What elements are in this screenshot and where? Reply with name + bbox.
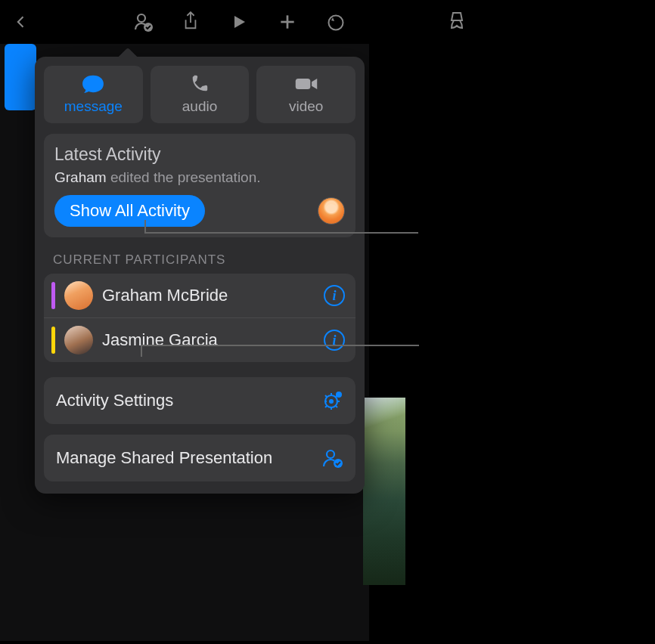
- latest-activity-card: Latest Activity Graham edited the presen…: [44, 134, 355, 237]
- play-icon[interactable]: [228, 11, 250, 33]
- participant-list: Graham McBride i Jasmine Garcia i: [44, 274, 355, 362]
- info-icon[interactable]: i: [324, 330, 345, 351]
- avatar: [64, 281, 93, 310]
- person-check-icon: [321, 447, 343, 469]
- format-brush-icon[interactable]: [446, 11, 467, 33]
- selected-slide-indicator: [5, 44, 36, 110]
- activity-settings-label: Activity Settings: [56, 390, 173, 411]
- collaborate-icon[interactable]: [132, 11, 153, 33]
- collaboration-popover: message audio video Latest Activity Grah…: [35, 57, 365, 494]
- background-thumbnail: [363, 398, 405, 585]
- latest-activity-header: Latest Activity: [54, 144, 345, 165]
- svg-rect-6: [295, 79, 310, 89]
- svg-point-9: [329, 399, 334, 404]
- back-icon[interactable]: [11, 11, 32, 33]
- current-participants-header: CURRENT PARTICIPANTS: [44, 252, 355, 268]
- message-button[interactable]: message: [44, 66, 143, 123]
- avatar: [64, 326, 93, 355]
- participant-row[interactable]: Jasmine Garcia i: [44, 317, 355, 362]
- callout-line: [141, 345, 142, 357]
- activity-actor-name: Graham: [54, 169, 107, 185]
- video-button-label: video: [289, 98, 323, 115]
- gear-badge-icon: [321, 389, 343, 412]
- undo-icon[interactable]: [325, 11, 346, 33]
- participant-color-indicator: [51, 282, 55, 309]
- svg-point-10: [336, 392, 342, 398]
- participant-row[interactable]: Graham McBride i: [44, 274, 355, 317]
- audio-button-label: audio: [182, 98, 218, 115]
- callout-line: [144, 232, 418, 234]
- manage-shared-button[interactable]: Manage Shared Presentation: [44, 435, 355, 481]
- svg-point-0: [138, 14, 145, 22]
- contact-button-row: message audio video: [44, 66, 355, 123]
- participant-name: Jasmine Garcia: [102, 330, 315, 350]
- toolbar: [0, 0, 655, 44]
- share-icon[interactable]: [180, 11, 201, 33]
- svg-point-11: [327, 450, 334, 458]
- activity-action-suffix: edited the presentation.: [107, 169, 261, 185]
- callout-line: [141, 345, 419, 346]
- info-icon[interactable]: i: [324, 285, 345, 306]
- audio-button[interactable]: audio: [151, 66, 250, 123]
- latest-activity-text: Graham edited the presentation.: [54, 169, 345, 186]
- svg-marker-7: [312, 79, 317, 89]
- show-all-activity-button[interactable]: Show All Activity: [54, 195, 205, 227]
- svg-marker-2: [234, 16, 245, 28]
- add-icon[interactable]: [277, 11, 298, 33]
- activity-settings-button[interactable]: Activity Settings: [44, 377, 355, 424]
- activity-actor-avatar: [318, 197, 345, 224]
- svg-point-5: [329, 16, 343, 30]
- video-button[interactable]: video: [256, 66, 355, 123]
- message-button-label: message: [64, 98, 123, 115]
- participant-color-indicator: [51, 327, 55, 354]
- participant-name: Graham McBride: [102, 286, 315, 305]
- manage-shared-label: Manage Shared Presentation: [56, 447, 272, 469]
- callout-line: [144, 220, 146, 232]
